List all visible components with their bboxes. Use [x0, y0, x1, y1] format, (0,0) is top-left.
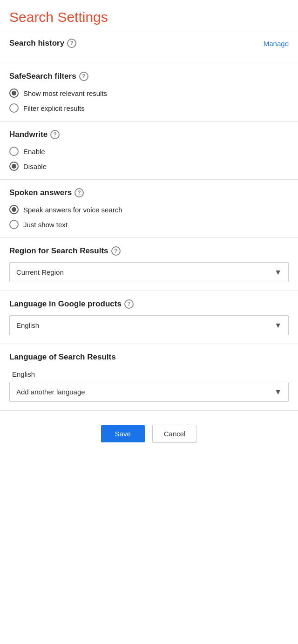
search-history-label: Search history: [9, 39, 64, 48]
handwrite-option-disable[interactable]: Disable: [9, 162, 289, 171]
handwrite-help-icon[interactable]: ?: [50, 130, 60, 139]
safesearch-option-relevant-label: Show most relevant results: [23, 89, 107, 97]
handwrite-option-disable-label: Disable: [23, 163, 47, 170]
language-google-title: Language in Google products ?: [9, 299, 289, 309]
search-history-header: Search history ? Manage: [9, 39, 289, 48]
spoken-answers-option-text-label: Just show text: [23, 221, 68, 229]
search-history-help-icon[interactable]: ?: [67, 39, 76, 48]
safesearch-radio-relevant[interactable]: [9, 88, 19, 98]
safesearch-radio-explicit[interactable]: [9, 103, 19, 113]
spoken-answers-option-text[interactable]: Just show text: [9, 220, 289, 229]
handwrite-option-enable[interactable]: Enable: [9, 147, 289, 156]
language-google-label: Language in Google products: [9, 299, 122, 309]
language-google-dropdown-wrapper[interactable]: English Spanish French German Chinese ▼: [9, 315, 289, 335]
handwrite-section: Handwrite ? Enable Disable: [0, 122, 298, 180]
language-google-select[interactable]: English Spanish French German Chinese: [10, 316, 288, 335]
page-title: Search Settings: [9, 9, 289, 25]
footer-buttons: Save Cancel: [0, 411, 298, 461]
safesearch-option-explicit[interactable]: Filter explicit results: [9, 103, 289, 113]
handwrite-radio-disable[interactable]: [9, 162, 19, 171]
spoken-answers-option-speak[interactable]: Speak answers for voice search: [9, 205, 289, 214]
handwrite-options: Enable Disable: [9, 147, 289, 171]
manage-link[interactable]: Manage: [264, 40, 289, 47]
spoken-answers-label: Spoken answers: [9, 188, 72, 197]
safesearch-options: Show most relevant results Filter explic…: [9, 88, 289, 113]
add-language-dropdown-wrapper-outer: Add another language Spanish French Germ…: [9, 382, 289, 402]
spoken-answers-help-icon[interactable]: ?: [74, 188, 84, 197]
region-section: Region for Search Results ? Current Regi…: [0, 238, 298, 291]
add-language-dropdown-wrapper[interactable]: Add another language Spanish French Germ…: [9, 382, 289, 402]
search-history-section: Search history ? Manage: [0, 30, 298, 63]
cancel-button[interactable]: Cancel: [152, 425, 197, 443]
region-dropdown-wrapper[interactable]: Current Region United States United King…: [9, 262, 289, 282]
safesearch-title: SafeSearch filters ?: [9, 72, 289, 81]
language-google-help-icon[interactable]: ?: [124, 299, 134, 309]
region-select[interactable]: Current Region United States United King…: [10, 263, 288, 282]
safesearch-label: SafeSearch filters: [9, 72, 76, 81]
language-google-section: Language in Google products ? English Sp…: [0, 291, 298, 344]
language-results-current: English: [9, 366, 289, 382]
spoken-answers-radio-speak[interactable]: [9, 205, 19, 214]
language-results-section: Language of Search Results English Add a…: [0, 344, 298, 411]
language-results-title: Language of Search Results: [9, 353, 289, 362]
safesearch-option-explicit-label: Filter explicit results: [23, 104, 85, 112]
header: Search Settings: [0, 0, 298, 30]
safesearch-option-relevant[interactable]: Show most relevant results: [9, 88, 289, 98]
handwrite-option-enable-label: Enable: [23, 148, 45, 156]
spoken-answers-options: Speak answers for voice search Just show…: [9, 205, 289, 229]
spoken-answers-option-speak-label: Speak answers for voice search: [23, 206, 122, 214]
region-title: Region for Search Results ?: [9, 246, 289, 256]
add-language-select[interactable]: Add another language Spanish French Germ…: [10, 382, 288, 401]
page-container: Search Settings Search history ? Manage …: [0, 0, 298, 461]
region-help-icon[interactable]: ?: [111, 246, 121, 256]
handwrite-title: Handwrite ?: [9, 130, 289, 139]
search-history-title: Search history ?: [9, 39, 76, 48]
safesearch-section: SafeSearch filters ? Show most relevant …: [0, 63, 298, 122]
handwrite-label: Handwrite: [9, 130, 47, 139]
spoken-answers-section: Spoken answers ? Speak answers for voice…: [0, 180, 298, 238]
handwrite-radio-enable[interactable]: [9, 147, 19, 156]
save-button[interactable]: Save: [101, 425, 145, 442]
spoken-answers-title: Spoken answers ?: [9, 188, 289, 197]
region-label: Region for Search Results: [9, 246, 108, 256]
safesearch-help-icon[interactable]: ?: [79, 72, 88, 81]
spoken-answers-radio-text[interactable]: [9, 220, 19, 229]
